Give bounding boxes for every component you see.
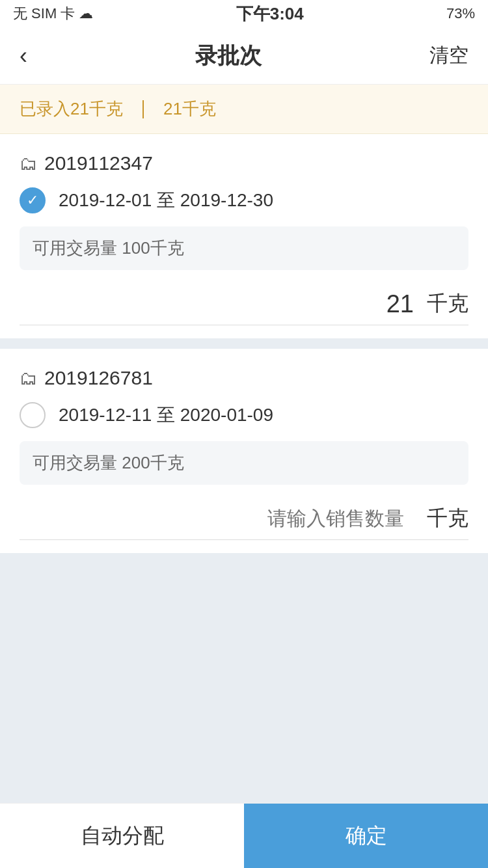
batch-item-1: 🗂 2019112347 ✓ 2019-12-01 至 2019-12-30 可… [0, 134, 488, 338]
batch-1-row[interactable]: ✓ 2019-12-01 至 2019-12-30 [0, 181, 488, 220]
batch-2-input-container: 千克 [0, 498, 488, 553]
batch-1-header: 🗂 2019112347 [0, 134, 488, 181]
summary-divider [142, 100, 144, 118]
auto-distribute-button[interactable]: 自动分配 [0, 804, 244, 868]
back-button[interactable]: ‹ [20, 42, 27, 70]
batch-item-2: 🗂 2019126781 2019-12-11 至 2020-01-09 可用交… [0, 349, 488, 553]
page-title: 录批次 [195, 41, 262, 71]
battery-icon: 73% [446, 5, 475, 22]
sale-quantity-input[interactable] [20, 508, 414, 530]
batch-1-icon: 🗂 [20, 153, 38, 174]
batch-2-unit: 千克 [427, 504, 468, 533]
batch-1-unit: 千克 [427, 290, 468, 318]
batch-2-date: 2019-12-11 至 2020-01-09 [59, 403, 273, 427]
batch-1-radio[interactable]: ✓ [20, 187, 46, 213]
confirm-button[interactable]: 确定 [244, 804, 488, 868]
batch-1-amount-inner: 21 千克 [20, 290, 468, 325]
batch-2-radio[interactable] [20, 402, 46, 428]
clear-button[interactable]: 清空 [429, 42, 468, 69]
batch-1-date: 2019-12-01 至 2019-12-30 [59, 188, 273, 213]
status-left: 无 SIM 卡 ☁ [13, 4, 93, 23]
batch-2-available: 可用交易量 200千克 [20, 441, 468, 485]
batch-1-id: 2019112347 [44, 152, 153, 174]
summary-bar: 已录入21千克 21千克 [0, 85, 488, 134]
recorded-amount: 21千克 [163, 98, 216, 120]
status-right: 73% [446, 5, 475, 22]
nav-bar: ‹ 录批次 清空 [0, 27, 488, 85]
recorded-label: 已录入21千克 [20, 98, 123, 120]
batch-1-amount: 21 [386, 290, 414, 318]
batch-2-row[interactable]: 2019-12-11 至 2020-01-09 [0, 396, 488, 435]
batch-2-id: 2019126781 [44, 367, 153, 389]
batch-2-icon: 🗂 [20, 368, 38, 389]
bottom-buttons: 自动分配 确定 [0, 803, 488, 868]
status-bar: 无 SIM 卡 ☁ 下午3:04 73% [0, 0, 488, 27]
section-divider [0, 338, 488, 349]
check-icon: ✓ [27, 192, 38, 209]
status-time: 下午3:04 [236, 3, 304, 25]
batch-1-amount-container: 21 千克 [0, 283, 488, 338]
batch-1-available: 可用交易量 100千克 [20, 226, 468, 270]
batch-2-input-inner[interactable]: 千克 [20, 504, 468, 540]
batch-2-header: 🗂 2019126781 [0, 349, 488, 396]
